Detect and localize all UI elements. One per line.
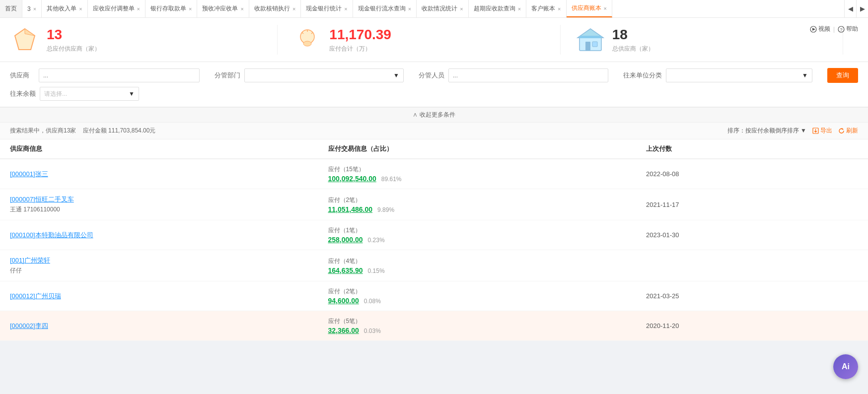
close-ar-ap-adjust[interactable]: × xyxy=(137,6,140,12)
filter-dept: 分管部门 ▼ xyxy=(215,68,404,82)
nav-cash-bank-stat[interactable]: 现金银行统计 × xyxy=(301,0,353,17)
sort-select[interactable]: 排序：按应付余额倒序排序 ▼ xyxy=(727,127,806,135)
summary-label-total: 应付合计（万） xyxy=(329,45,391,53)
transaction-col-2: 应付（2笔） 11,051,486.00 9.89% xyxy=(328,196,647,213)
diamond-icon xyxy=(10,25,40,55)
nav-home[interactable]: 首页 xyxy=(0,0,22,17)
close-tab3[interactable]: × xyxy=(33,6,36,12)
transaction-percent-3: 0.23% xyxy=(368,237,385,244)
supplier-link-6[interactable]: [000002]李四 xyxy=(10,322,328,330)
balance-select[interactable]: 请选择... ▼ xyxy=(40,87,139,101)
close-prepay-ar[interactable]: × xyxy=(240,6,243,12)
transaction-amount-6[interactable]: 32,366.00 xyxy=(328,327,359,334)
nav-other-income[interactable]: 其他收入单 × xyxy=(42,0,87,17)
dept-filter-label: 分管部门 xyxy=(215,71,240,80)
supplier-col-4: [001]广州荣轩 仔仔 xyxy=(10,256,328,275)
filter-row-1: 供应商 分管部门 ▼ 分管人员 往来单位分类 ▼ 查询 xyxy=(10,68,858,83)
nav-ar-ap-adjust[interactable]: 应收应付调整单 × xyxy=(88,0,145,17)
transaction-col-1: 应付（15笔） 100,092,540.00 89.61% xyxy=(328,165,647,183)
supplier-link-2[interactable]: [000007]恒旺二手叉车 xyxy=(10,195,328,204)
nav-tab3[interactable]: 3 × xyxy=(22,0,42,17)
svg-rect-9 xyxy=(592,42,597,47)
supplier-link-5[interactable]: [000012]广州贝瑞 xyxy=(10,292,328,301)
nav-cash-bank-flow[interactable]: 现金银行流水查询 × xyxy=(353,0,417,17)
supplier-link-4[interactable]: [001]广州荣轩 xyxy=(10,256,328,265)
filter-row-2: 往来余额 请选择... ▼ xyxy=(10,87,858,101)
table-row: [000001]张三 应付（15笔） 100,092,540.00 89.61%… xyxy=(0,159,868,189)
close-supplier-book[interactable]: × xyxy=(604,5,607,11)
close-receipt-stat[interactable]: × xyxy=(460,6,463,12)
top-right-links: 视频 | ? 帮助 xyxy=(810,25,858,33)
dept-dropdown-icon: ▼ xyxy=(393,72,399,79)
supplier-filter-label: 供应商 xyxy=(10,71,35,80)
summary-card-total-suppliers: 18 总供应商（家） xyxy=(576,25,843,55)
nav-receipt-stat[interactable]: 收款情况统计 × xyxy=(417,0,468,17)
result-bar-right: 排序：按应付余额倒序排序 ▼ 导出 刷新 xyxy=(727,127,858,135)
supplier-link-3[interactable]: [000100]本特勤油品有限公司 xyxy=(10,231,328,240)
supplier-col-1: [000001]张三 xyxy=(10,170,328,179)
close-other-income[interactable]: × xyxy=(79,6,82,12)
supplier-input[interactable] xyxy=(39,68,200,82)
nav-bank-deposit[interactable]: 银行存取款单 × xyxy=(145,0,197,17)
transaction-percent-2: 9.89% xyxy=(377,206,394,213)
last-payment-col-5: 2021-03-25 xyxy=(646,292,858,300)
category-select[interactable]: ▼ xyxy=(666,68,813,82)
transaction-amount-2[interactable]: 11,051,486.00 xyxy=(328,205,373,213)
video-link[interactable]: 视频 xyxy=(810,25,830,33)
transaction-label-2: 应付（2笔） xyxy=(328,196,647,204)
refresh-button[interactable]: 刷新 xyxy=(838,127,858,135)
sort-icon: ▼ xyxy=(800,127,806,134)
supplier-col-6: [000002]李四 xyxy=(10,322,328,330)
nav-customer-book[interactable]: 客户账本 × xyxy=(526,0,566,17)
table-row: [000100]本特勤油品有限公司 应付（1笔） 258,000.00 0.23… xyxy=(0,220,868,250)
supplier-link-1[interactable]: [000001]张三 xyxy=(10,170,328,179)
close-customer-book[interactable]: × xyxy=(558,6,561,12)
search-button[interactable]: 查询 xyxy=(827,68,858,83)
supplier-col-3: [000100]本特勤油品有限公司 xyxy=(10,231,328,240)
nav-prev-arrow[interactable]: ◀ xyxy=(844,0,856,18)
transaction-col-3: 应付（1笔） 258,000.00 0.23% xyxy=(328,226,647,244)
person-input[interactable] xyxy=(448,68,608,82)
grain-icon xyxy=(292,25,322,55)
nav-arrows: ◀ ▶ xyxy=(844,0,868,18)
table-row: [000012]广州贝瑞 应付（2笔） 94,600.00 0.08% 2021… xyxy=(0,281,868,311)
close-cash-bank-flow[interactable]: × xyxy=(408,6,411,12)
export-button[interactable]: 导出 xyxy=(812,127,832,135)
close-overdue-ar[interactable]: × xyxy=(518,6,521,12)
last-payment-col-1: 2022-08-08 xyxy=(646,170,858,178)
transaction-label-5: 应付（2笔） xyxy=(328,287,647,296)
table-row: [001]广州荣轩 仔仔 应付（4笔） 164,635.90 0.15% xyxy=(0,250,868,281)
nav-next-arrow[interactable]: ▶ xyxy=(856,0,868,18)
transaction-amount-1[interactable]: 100,092,540.00 xyxy=(328,175,376,183)
close-bank-deposit[interactable]: × xyxy=(189,6,192,12)
transaction-amount-4[interactable]: 164,635.90 xyxy=(328,266,363,274)
summary-label-stores: 总供应商（家） xyxy=(612,45,654,53)
dept-select[interactable]: ▼ xyxy=(244,68,404,82)
transaction-percent-4: 0.15% xyxy=(368,267,385,274)
transaction-percent-1: 89.61% xyxy=(381,176,402,183)
supplier-sub-4: 仔仔 xyxy=(10,266,328,275)
balance-dropdown-icon: ▼ xyxy=(129,90,135,97)
close-receipt-verify[interactable]: × xyxy=(292,6,295,12)
filter-category: 往来单位分类 ▼ xyxy=(623,68,813,82)
nav-supplier-book[interactable]: 供应商账本 × xyxy=(567,0,612,17)
category-filter-label: 往来单位分类 xyxy=(623,71,662,80)
nav-receipt-verify[interactable]: 收款核销执行 × xyxy=(249,0,301,17)
summary-number-stores: 18 xyxy=(612,26,654,43)
main-table: 供应商信息 应付交易信息（占比） 上次付数 [000001]张三 应付（15笔）… xyxy=(0,139,868,341)
transaction-label-4: 应付（4笔） xyxy=(328,257,647,265)
table-header: 供应商信息 应付交易信息（占比） 上次付数 xyxy=(0,139,868,159)
svg-rect-11 xyxy=(579,36,601,38)
svg-marker-13 xyxy=(812,28,815,31)
balance-filter-label: 往来余额 xyxy=(10,89,36,98)
help-link[interactable]: ? 帮助 xyxy=(838,25,858,33)
close-cash-bank-stat[interactable]: × xyxy=(344,6,347,12)
nav-overdue-ar[interactable]: 超期应收款查询 × xyxy=(469,0,526,17)
summary-number-total: 11,170.39 xyxy=(329,26,391,43)
transaction-col-5: 应付（2笔） 94,600.00 0.08% xyxy=(328,287,647,305)
transaction-amount-5[interactable]: 94,600.00 xyxy=(328,297,359,305)
transaction-amount-3[interactable]: 258,000.00 xyxy=(328,236,363,244)
links-divider: | xyxy=(833,26,835,33)
collapse-bar[interactable]: ∧ 收起更多条件 xyxy=(0,107,868,123)
nav-prepay-ar[interactable]: 预收冲应收单 × xyxy=(197,0,249,17)
